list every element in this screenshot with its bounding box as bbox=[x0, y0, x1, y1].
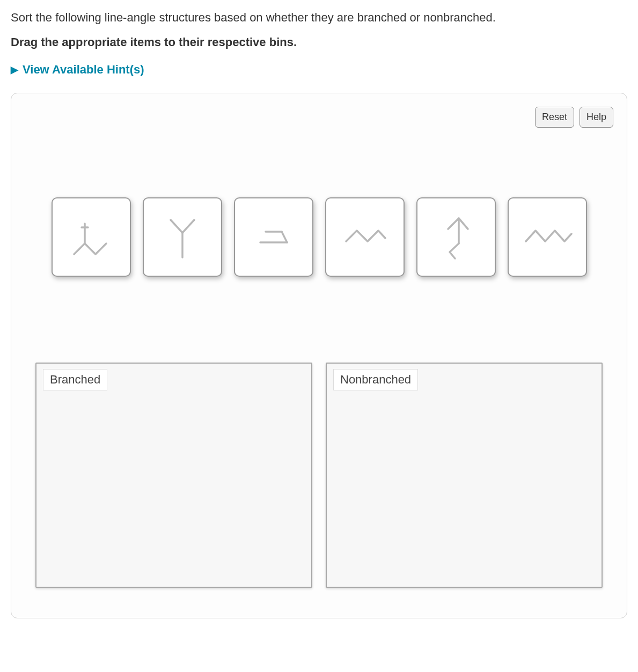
svg-line-7 bbox=[282, 232, 287, 242]
draggable-items-row bbox=[25, 197, 613, 277]
bin-branched[interactable]: Branched bbox=[35, 363, 312, 588]
molecule-icon bbox=[64, 210, 118, 264]
panel-buttons: Reset Help bbox=[25, 107, 613, 128]
structure-4[interactable] bbox=[325, 197, 405, 277]
svg-line-3 bbox=[171, 220, 182, 233]
bin-nonbranched[interactable]: Nonbranched bbox=[326, 363, 603, 588]
bin-label-nonbranched: Nonbranched bbox=[333, 369, 418, 390]
bins-row: Branched Nonbranched bbox=[25, 363, 613, 588]
bin-label-branched: Branched bbox=[43, 369, 107, 390]
svg-line-4 bbox=[182, 220, 194, 233]
molecule-icon bbox=[247, 210, 300, 264]
help-button[interactable]: Help bbox=[580, 107, 613, 128]
structure-2[interactable] bbox=[143, 197, 222, 277]
structure-6[interactable] bbox=[508, 197, 587, 277]
molecule-icon bbox=[520, 210, 574, 264]
structure-1[interactable] bbox=[52, 197, 131, 277]
molecule-icon bbox=[156, 210, 209, 264]
hints-label: View Available Hint(s) bbox=[23, 63, 144, 77]
caret-right-icon: ▶ bbox=[11, 64, 18, 76]
question-text: Sort the following line-angle structures… bbox=[11, 11, 627, 25]
structure-5[interactable] bbox=[416, 197, 496, 277]
structure-3[interactable] bbox=[234, 197, 313, 277]
molecule-icon bbox=[338, 210, 392, 264]
reset-button[interactable]: Reset bbox=[535, 107, 574, 128]
molecule-icon bbox=[429, 210, 483, 264]
view-hints-link[interactable]: ▶ View Available Hint(s) bbox=[11, 63, 627, 77]
exercise-panel: Reset Help bbox=[11, 93, 627, 618]
drag-instruction: Drag the appropriate items to their resp… bbox=[11, 35, 627, 49]
